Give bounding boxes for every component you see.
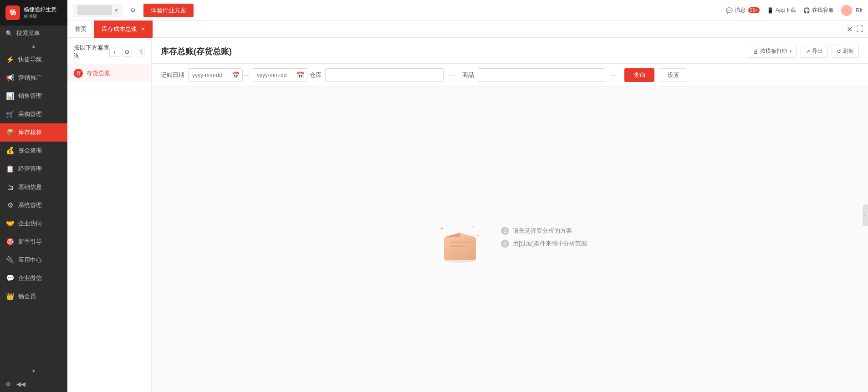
warehouse-more-btn[interactable]: ··· bbox=[447, 71, 457, 79]
empty-illustration: ✦ ✦ ✦ bbox=[433, 212, 487, 267]
sidebar-settings-btn[interactable]: ⚙ bbox=[5, 381, 11, 387]
right-edge-bar[interactable]: › bbox=[863, 204, 868, 226]
filter-item-inventory-ledger[interactable]: 存 存货总账 bbox=[67, 64, 151, 82]
print-icon: 🖨 bbox=[753, 48, 758, 55]
industry-btn[interactable]: 体验行业方案 bbox=[143, 4, 194, 17]
sidebar-item-app-center[interactable]: 🔌 应用中心 bbox=[0, 251, 67, 269]
quick-nav-icon: ⚡ bbox=[5, 56, 15, 64]
user-name: Rit bbox=[856, 7, 863, 14]
online-service-btn[interactable]: 🎧 在线客服 bbox=[803, 6, 834, 14]
sidebar-item-operations[interactable]: 📋 经营管理 bbox=[0, 160, 67, 178]
sidebar-item-purchase[interactable]: 🛒 采购管理 bbox=[0, 105, 67, 123]
filter-settings-btn[interactable]: ⚙ bbox=[122, 47, 132, 57]
filter-actions: + ⚙ 《 bbox=[109, 47, 145, 57]
tab-inventory-cost[interactable]: 库存成本总账 ✕ bbox=[94, 20, 153, 38]
app-download-label: App下载 bbox=[776, 6, 796, 14]
sidebar-item-guide[interactable]: 🎯 新手引导 bbox=[0, 233, 67, 251]
expand-panel-btn[interactable]: ⛶ bbox=[856, 25, 863, 33]
filter-add-btn[interactable]: + bbox=[109, 47, 119, 57]
export-btn-label: 导出 bbox=[812, 47, 823, 55]
sidebar-logo: 畅 畅捷通好生意 标准版 bbox=[0, 0, 67, 25]
sidebar: 畅 畅捷通好生意 标准版 🔍 搜索菜单 ▲ ⚡ 快捷导航 📢 营销推广 📊 销售… bbox=[0, 0, 67, 392]
sidebar-item-label: 应用中心 bbox=[18, 256, 62, 264]
phone-icon: 📱 bbox=[767, 7, 774, 14]
header-nav-dropdown[interactable]: ▾ bbox=[73, 4, 123, 17]
close-panel-btn[interactable]: ✕ bbox=[847, 25, 853, 34]
export-icon: ↗ bbox=[806, 48, 810, 55]
app-center-icon: 🔌 bbox=[5, 256, 15, 264]
wechat-icon: 💬 bbox=[5, 274, 15, 282]
online-service-label: 在线客服 bbox=[812, 6, 834, 14]
gear-icon: ⚙ bbox=[130, 7, 136, 14]
message-btn[interactable]: 💬 消息 99+ bbox=[726, 6, 760, 14]
sidebar-item-enterprise[interactable]: 🤝 企业协同 bbox=[0, 214, 67, 233]
calendar-start-icon[interactable]: 📅 bbox=[232, 71, 240, 79]
tab-close-btn[interactable]: ✕ bbox=[141, 26, 145, 32]
calendar-end-icon[interactable]: 📅 bbox=[296, 71, 304, 79]
step-1-num: 1 bbox=[501, 227, 509, 235]
sidebar-item-label: 销售管理 bbox=[18, 92, 62, 100]
main-area: ▾ ⚙ 体验行业方案 💬 消息 99+ 📱 App下载 🎧 在线客服 bbox=[67, 0, 868, 392]
filter-collapse-btn[interactable]: 《 bbox=[135, 47, 145, 57]
user-profile-btn[interactable]: Rit bbox=[841, 5, 863, 16]
warehouse-field: 仓库 ··· bbox=[310, 68, 457, 82]
query-btn[interactable]: 查询 bbox=[624, 68, 654, 82]
warehouse-input[interactable] bbox=[325, 68, 444, 82]
settings-btn[interactable]: 设置 bbox=[660, 68, 687, 82]
export-btn[interactable]: ↗ 导出 bbox=[801, 45, 828, 58]
filter-item-label: 存货总账 bbox=[87, 69, 110, 77]
sidebar-item-quick-nav[interactable]: ⚡ 快捷导航 bbox=[0, 51, 67, 69]
hint-2-text: 用[过滤]条件来缩小分析范围 bbox=[513, 239, 587, 248]
content-wrapper: 按以下方案查询 + ⚙ 《 存 存货总账 库存总账(存货总账) bbox=[67, 38, 868, 392]
header-right: 💬 消息 99+ 📱 App下载 🎧 在线客服 Rit bbox=[726, 5, 863, 16]
sidebar-item-wechat[interactable]: 💬 企业微信 bbox=[0, 269, 67, 287]
search-icon: 🔍 bbox=[5, 30, 13, 37]
sidebar-item-system[interactable]: ⚙ 系统管理 bbox=[0, 196, 67, 214]
filter-items-list: 存 存货总账 bbox=[67, 64, 151, 392]
empty-hint-1: 1 请先选择要分析的方案 bbox=[501, 227, 587, 235]
header-settings-btn[interactable]: ⚙ bbox=[126, 4, 140, 17]
chevron-down-icon: ▾ bbox=[115, 7, 118, 14]
sidebar-item-basic[interactable]: 🗂 基础信息 bbox=[0, 178, 67, 196]
sidebar-search-label: 搜索菜单 bbox=[16, 29, 40, 37]
guide-icon: 🎯 bbox=[5, 238, 15, 246]
basic-icon: 🗂 bbox=[5, 183, 15, 191]
tab-home[interactable]: 首页 bbox=[67, 20, 94, 38]
sidebar-item-member[interactable]: 👑 畅会员 bbox=[0, 287, 67, 305]
filter-bar: 记账日期 📅 — 📅 仓库 ··· bbox=[152, 64, 868, 87]
avatar bbox=[841, 5, 852, 16]
sidebar-item-sales[interactable]: 📊 销售管理 bbox=[0, 87, 67, 105]
sidebar-item-label: 营销推广 bbox=[18, 74, 62, 82]
sidebar-item-label: 经营管理 bbox=[18, 165, 62, 173]
sidebar-item-finance[interactable]: 💰 资金管理 bbox=[0, 142, 67, 160]
sidebar-item-inventory[interactable]: 📦 库存核算 bbox=[0, 123, 67, 142]
purchase-icon: 🛒 bbox=[5, 110, 15, 118]
sidebar-item-label: 系统管理 bbox=[18, 201, 62, 209]
system-icon: ⚙ bbox=[5, 201, 15, 209]
goods-more-btn[interactable]: ··· bbox=[609, 71, 618, 79]
sidebar-scroll-down[interactable]: ▼ bbox=[0, 367, 67, 376]
date-field: 记账日期 📅 — 📅 bbox=[161, 68, 304, 82]
goods-input[interactable] bbox=[478, 68, 605, 82]
svg-rect-4 bbox=[450, 242, 470, 243]
empty-hint-2: 2 用[过滤]条件来缩小分析范围 bbox=[501, 239, 587, 248]
sidebar-nav: ⚡ 快捷导航 📢 营销推广 📊 销售管理 🛒 采购管理 📦 库存核算 💰 资金管… bbox=[0, 51, 67, 367]
message-label: 消息 bbox=[735, 6, 745, 14]
headset-icon: 🎧 bbox=[803, 7, 810, 14]
svg-text:✦: ✦ bbox=[476, 233, 480, 238]
svg-marker-2 bbox=[444, 233, 460, 237]
page-header: 库存总账(存货总账) 🖨 按模板打印 ▾ ↗ 导出 ↺ 刷新 bbox=[152, 38, 868, 64]
tab-right-actions: ✕ ⛶ bbox=[842, 25, 868, 34]
sidebar-toggle-btn[interactable]: ◀◀ bbox=[16, 381, 26, 387]
sidebar-item-marketing[interactable]: 📢 营销推广 bbox=[0, 69, 67, 87]
empty-content: ✦ ✦ ✦ 1 请先选择要分析的方案 2 用[过滤]条件来缩小 bbox=[433, 212, 587, 267]
print-btn[interactable]: 🖨 按模板打印 ▾ bbox=[748, 45, 797, 58]
app-name: 畅捷通好生意 标准版 bbox=[24, 6, 56, 20]
sidebar-search[interactable]: 🔍 搜索菜单 bbox=[0, 25, 67, 41]
sidebar-item-label: 库存核算 bbox=[18, 128, 62, 137]
top-header: ▾ ⚙ 体验行业方案 💬 消息 99+ 📱 App下载 🎧 在线客服 bbox=[67, 0, 868, 21]
sidebar-scroll-up[interactable]: ▲ bbox=[0, 41, 67, 51]
empty-hints: 1 请先选择要分析的方案 2 用[过滤]条件来缩小分析范围 bbox=[501, 227, 587, 252]
refresh-btn[interactable]: ↺ 刷新 bbox=[832, 45, 859, 58]
app-download-btn[interactable]: 📱 App下载 bbox=[767, 6, 796, 14]
